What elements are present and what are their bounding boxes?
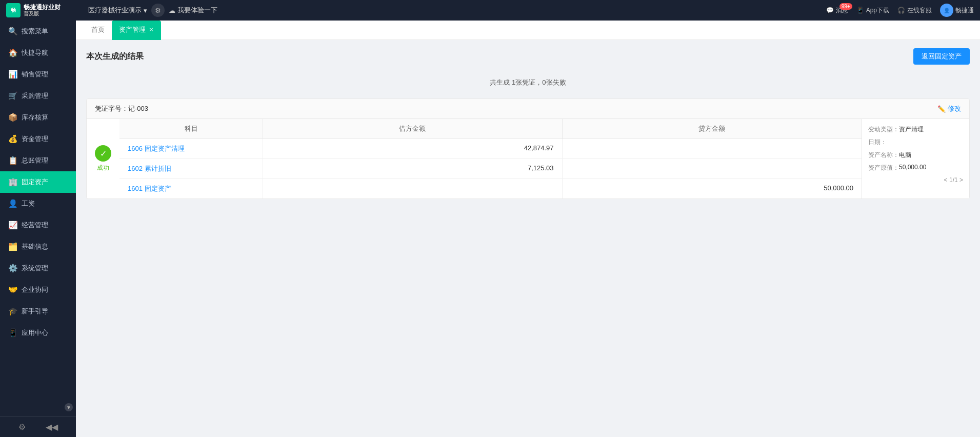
pagination-prev-icon[interactable]: < bbox=[944, 176, 948, 184]
settings-icon[interactable]: ⚙ bbox=[151, 4, 165, 17]
date-row: 日期： bbox=[868, 138, 963, 147]
app-download-label: App下载 bbox=[866, 6, 889, 15]
col-header-subject: 科目 bbox=[119, 119, 263, 138]
sidebar-item-label: 资金管理 bbox=[22, 134, 48, 144]
edit-button[interactable]: ✏️ 修改 bbox=[937, 104, 961, 113]
content-area: 首页 资产管理 ✕ 本次生成的结果 返回固定资产 共生成 1张凭证，0张失败 bbox=[76, 21, 980, 437]
logo-main-text: 畅捷通好业财 bbox=[24, 4, 61, 11]
sidebar-item-label: 系统管理 bbox=[22, 264, 48, 273]
tab-close-icon[interactable]: ✕ bbox=[149, 26, 154, 33]
asset-name-row: 资产名称： 电脑 bbox=[868, 151, 963, 160]
sidebar-item-label: 新手引导 bbox=[22, 307, 48, 316]
online-service-nav-item[interactable]: 🎧 在线客服 bbox=[897, 6, 932, 15]
avatar: 👤 bbox=[940, 4, 953, 17]
original-value-row: 资产原值： 50,000.00 bbox=[868, 164, 963, 172]
cell-debit-1: 42,874.97 bbox=[263, 139, 563, 158]
sidebar-item-label: 固定资产 bbox=[22, 177, 48, 187]
trial-button[interactable]: ☁ 我要体验一下 bbox=[169, 6, 217, 15]
enterprise-icon: 🤝 bbox=[8, 285, 17, 294]
sidebar-item-basics[interactable]: 🗂️ 基础信息 bbox=[0, 236, 76, 257]
sidebar-item-label: 总账管理 bbox=[22, 156, 48, 165]
sidebar-item-label: 搜索菜单 bbox=[22, 27, 48, 36]
sidebar-item-label: 应用中心 bbox=[22, 328, 48, 337]
sidebar-item-sales[interactable]: 📊 销售管理 bbox=[0, 64, 76, 85]
sidebar-item-label: 企业协同 bbox=[22, 285, 48, 294]
inventory-icon: 📦 bbox=[8, 113, 17, 122]
sidebar: 🔍 搜索菜单 🏠 快捷导航 📊 销售管理 🛒 采购管理 📦 库存核算 💰 bbox=[0, 21, 76, 437]
sidebar-collapse-icon[interactable]: ◀◀ bbox=[46, 422, 58, 432]
guide-icon: 🎓 bbox=[8, 307, 17, 316]
voucher-table: ✓ 成功 科目 借方金额 贷方金额 1606 bbox=[87, 119, 969, 198]
cell-subject-3[interactable]: 1601 固定资产 bbox=[119, 179, 263, 198]
sidebar-settings-icon[interactable]: ⚙ bbox=[18, 422, 26, 432]
date-label: 日期： bbox=[868, 138, 897, 147]
sidebar-scroll-down[interactable]: ▼ bbox=[65, 403, 73, 411]
sidebar-item-ledger[interactable]: 📋 总账管理 bbox=[0, 150, 76, 171]
col-header-credit: 贷方金额 bbox=[563, 119, 862, 138]
original-value-label: 资产原值： bbox=[868, 164, 899, 172]
sidebar-item-business[interactable]: 📈 经营管理 bbox=[0, 214, 76, 236]
system-icon: ⚙️ bbox=[8, 264, 17, 273]
edit-icon: ✏️ bbox=[937, 105, 946, 113]
cell-subject-1[interactable]: 1606 固定资产清理 bbox=[119, 139, 263, 158]
main-layout: 🔍 搜索菜单 🏠 快捷导航 📊 销售管理 🛒 采购管理 📦 库存核算 💰 bbox=[0, 21, 980, 437]
cell-credit-1 bbox=[563, 139, 862, 158]
home-icon: 🏠 bbox=[8, 48, 17, 57]
top-nav-right: 💬 消息 99+ 📱 App下载 🎧 在线客服 👤 畅捷通 bbox=[826, 4, 974, 17]
top-nav-center: 医疗器械行业演示 ▾ ⚙ ☁ 我要体验一下 bbox=[78, 4, 826, 17]
capital-icon: 💰 bbox=[8, 134, 17, 144]
success-area: ✓ 成功 bbox=[87, 119, 119, 198]
summary-text: 共生成 1张凭证，0张失败 bbox=[490, 78, 566, 86]
sidebar-item-search[interactable]: 🔍 搜索菜单 bbox=[0, 21, 76, 42]
back-to-fixed-assets-button[interactable]: 返回固定资产 bbox=[913, 48, 970, 65]
sidebar-item-enterprise[interactable]: 🤝 企业协同 bbox=[0, 279, 76, 301]
messages-badge: 99+ bbox=[839, 3, 852, 10]
change-type-value: 资产清理 bbox=[899, 125, 924, 134]
payroll-icon: 👤 bbox=[8, 199, 17, 208]
tab-asset-mgmt[interactable]: 资产管理 ✕ bbox=[112, 21, 161, 40]
sidebar-item-guide[interactable]: 🎓 新手引导 bbox=[0, 301, 76, 322]
sidebar-item-capital[interactable]: 💰 资金管理 bbox=[0, 128, 76, 150]
tab-asset-mgmt-label: 资产管理 bbox=[119, 25, 146, 34]
change-type-label: 变动类型： bbox=[868, 125, 899, 134]
sidebar-item-inventory[interactable]: 📦 库存核算 bbox=[0, 107, 76, 128]
sidebar-bottom: ⚙ ◀◀ bbox=[0, 416, 76, 437]
table-main: 科目 借方金额 贷方金额 1606 固定资产清理 42,874.97 bbox=[119, 119, 862, 198]
messages-icon: 💬 bbox=[826, 7, 834, 14]
messages-nav-item[interactable]: 💬 消息 99+ bbox=[826, 6, 848, 15]
app-center-icon: 📱 bbox=[8, 328, 17, 337]
company-selector[interactable]: 医疗器械行业演示 ▾ bbox=[88, 6, 147, 15]
sidebar-item-app-center[interactable]: 📱 应用中心 bbox=[0, 322, 76, 344]
sidebar-item-quick-nav[interactable]: 🏠 快捷导航 bbox=[0, 42, 76, 64]
tab-bar: 首页 资产管理 ✕ bbox=[76, 21, 980, 40]
cell-subject-2[interactable]: 1602 累计折旧 bbox=[119, 159, 263, 178]
business-icon: 📈 bbox=[8, 221, 17, 230]
app-download-icon: 📱 bbox=[856, 7, 864, 14]
app-logo: 畅 畅捷通好业财 普及版 bbox=[6, 3, 78, 17]
sidebar-item-fixed-assets[interactable]: 🏢 固定资产 bbox=[0, 171, 76, 193]
sidebar-item-label: 库存核算 bbox=[22, 113, 48, 122]
tab-home[interactable]: 首页 bbox=[84, 21, 112, 40]
col-header-debit: 借方金额 bbox=[263, 119, 563, 138]
change-type-row: 变动类型： 资产清理 bbox=[868, 125, 963, 134]
page-header: 本次生成的结果 返回固定资产 bbox=[86, 48, 970, 65]
asset-name-label: 资产名称： bbox=[868, 151, 899, 160]
sidebar-item-purchase[interactable]: 🛒 采购管理 bbox=[0, 85, 76, 107]
online-service-label: 在线客服 bbox=[907, 6, 932, 15]
sidebar-item-label: 销售管理 bbox=[22, 70, 48, 79]
trial-label: 我要体验一下 bbox=[177, 6, 217, 15]
sidebar-item-system[interactable]: ⚙️ 系统管理 bbox=[0, 257, 76, 279]
page-title: 本次生成的结果 bbox=[86, 51, 144, 62]
cell-debit-3 bbox=[263, 179, 563, 198]
cell-credit-2 bbox=[563, 159, 862, 178]
fixed-assets-icon: 🏢 bbox=[8, 177, 17, 187]
pagination-next-icon[interactable]: > bbox=[959, 176, 963, 184]
side-panel-pagination[interactable]: < 1/1 > bbox=[868, 176, 963, 184]
sidebar-scroll: 🔍 搜索菜单 🏠 快捷导航 📊 销售管理 🛒 采购管理 📦 库存核算 💰 bbox=[0, 21, 76, 416]
user-nav-item[interactable]: 👤 畅捷通 bbox=[940, 4, 974, 17]
table-row: 1606 固定资产清理 42,874.97 bbox=[119, 139, 862, 159]
app-download-nav-item[interactable]: 📱 App下载 bbox=[856, 6, 889, 15]
company-dropdown-icon: ▾ bbox=[144, 7, 147, 14]
sidebar-item-payroll[interactable]: 👤 工资 bbox=[0, 193, 76, 214]
search-icon: 🔍 bbox=[8, 27, 17, 36]
